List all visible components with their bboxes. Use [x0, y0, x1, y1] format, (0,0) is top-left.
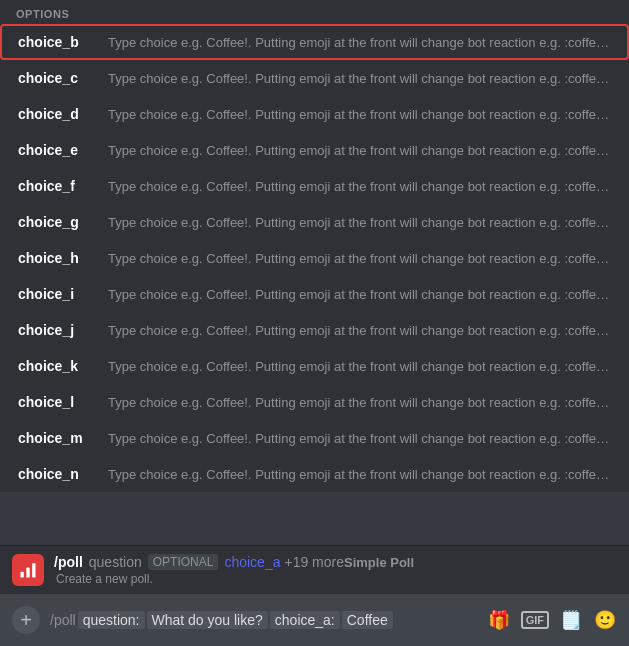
plus-icon: + [20, 610, 32, 630]
choice-row-choice_m[interactable]: choice_mType choice e.g. Coffee!. Puttin… [0, 420, 629, 456]
choice-desc-choice_d: Type choice e.g. Coffee!. Putting emoji … [108, 107, 611, 122]
choice-row-choice_d[interactable]: choice_dType choice e.g. Coffee!. Puttin… [0, 96, 629, 132]
autocomplete-subtitle: Create a new poll. [56, 572, 414, 586]
options-label: OPTIONS [0, 0, 629, 24]
choice-row-choice_b[interactable]: choice_bType choice e.g. Coffee!. Puttin… [0, 24, 629, 60]
choice-row-choice_k[interactable]: choice_kType choice e.g. Coffee!. Puttin… [0, 348, 629, 384]
choice-desc-choice_i: Type choice e.g. Coffee!. Putting emoji … [108, 287, 611, 302]
autocomplete-top: /poll question OPTIONAL choice_a +19 mor… [54, 554, 414, 570]
svg-rect-0 [21, 572, 24, 578]
choice-name-choice_f: choice_f [18, 178, 108, 194]
choice-row-choice_i[interactable]: choice_iType choice e.g. Coffee!. Puttin… [0, 276, 629, 312]
choice-desc-choice_l: Type choice e.g. Coffee!. Putting emoji … [108, 395, 611, 410]
svg-rect-2 [32, 563, 35, 577]
poll-icon [12, 554, 44, 586]
choice-name-choice_g: choice_g [18, 214, 108, 230]
right-icons: 🎁 GIF 🗒️ 🙂 [487, 608, 617, 632]
choice-desc-choice_k: Type choice e.g. Coffee!. Putting emoji … [108, 359, 611, 374]
choice-name-choice_j: choice_j [18, 322, 108, 338]
input-arg1-label: question: [78, 611, 145, 629]
autocomplete-command: /poll [54, 554, 83, 570]
svg-rect-1 [26, 568, 29, 578]
input-arg2-value: Coffee [342, 611, 393, 629]
choice-name-choice_k: choice_k [18, 358, 108, 374]
choice-desc-choice_c: Type choice e.g. Coffee!. Putting emoji … [108, 71, 611, 86]
choice-desc-choice_n: Type choice e.g. Coffee!. Putting emoji … [108, 467, 611, 482]
input-arg2-label: choice_a: [270, 611, 340, 629]
autocomplete-more: +19 more [284, 554, 344, 570]
autocomplete-type: Simple Poll [344, 555, 414, 570]
choice-row-choice_n[interactable]: choice_nType choice e.g. Coffee!. Puttin… [0, 456, 629, 492]
choice-desc-choice_b: Type choice e.g. Coffee!. Putting emoji … [108, 35, 611, 50]
sticker-icon[interactable]: 🗒️ [559, 608, 583, 632]
autocomplete-arg1: question [89, 554, 142, 570]
choice-row-choice_e[interactable]: choice_eType choice e.g. Coffee!. Puttin… [0, 132, 629, 168]
choice-row-choice_f[interactable]: choice_fType choice e.g. Coffee!. Puttin… [0, 168, 629, 204]
choice-name-choice_m: choice_m [18, 430, 108, 446]
gift-icon[interactable]: 🎁 [487, 608, 511, 632]
choice-row-choice_c[interactable]: choice_cType choice e.g. Coffee!. Puttin… [0, 60, 629, 96]
input-text[interactable]: /poll question: What do you like? choice… [50, 611, 477, 629]
add-button[interactable]: + [12, 606, 40, 634]
input-bar: + /poll question: What do you like? choi… [0, 594, 629, 646]
choice-name-choice_l: choice_l [18, 394, 108, 410]
choice-name-choice_d: choice_d [18, 106, 108, 122]
choice-desc-choice_e: Type choice e.g. Coffee!. Putting emoji … [108, 143, 611, 158]
choice-name-choice_e: choice_e [18, 142, 108, 158]
choice-row-choice_j[interactable]: choice_jType choice e.g. Coffee!. Puttin… [0, 312, 629, 348]
input-arg1-value: What do you like? [147, 611, 268, 629]
input-command: /poll [50, 612, 76, 628]
choice-name-choice_n: choice_n [18, 466, 108, 482]
choice-desc-choice_h: Type choice e.g. Coffee!. Putting emoji … [108, 251, 611, 266]
choice-row-choice_g[interactable]: choice_gType choice e.g. Coffee!. Puttin… [0, 204, 629, 240]
choice-row-choice_l[interactable]: choice_lType choice e.g. Coffee!. Puttin… [0, 384, 629, 420]
choice-row-choice_h[interactable]: choice_hType choice e.g. Coffee!. Puttin… [0, 240, 629, 276]
choice-name-choice_h: choice_h [18, 250, 108, 266]
choice-name-choice_c: choice_c [18, 70, 108, 86]
gif-button[interactable]: GIF [521, 611, 549, 629]
choices-list: choice_bType choice e.g. Coffee!. Puttin… [0, 24, 629, 492]
choice-desc-choice_m: Type choice e.g. Coffee!. Putting emoji … [108, 431, 611, 446]
autocomplete-info: /poll question OPTIONAL choice_a +19 mor… [54, 554, 414, 586]
choice-desc-choice_f: Type choice e.g. Coffee!. Putting emoji … [108, 179, 611, 194]
autocomplete-optional: OPTIONAL [148, 554, 219, 570]
choice-name-choice_b: choice_b [18, 34, 108, 50]
choice-desc-choice_j: Type choice e.g. Coffee!. Putting emoji … [108, 323, 611, 338]
choice-desc-choice_g: Type choice e.g. Coffee!. Putting emoji … [108, 215, 611, 230]
autocomplete-current: choice_a [224, 554, 280, 570]
emoji-icon[interactable]: 🙂 [593, 608, 617, 632]
choice-name-choice_i: choice_i [18, 286, 108, 302]
autocomplete-bar: /poll question OPTIONAL choice_a +19 mor… [0, 545, 629, 594]
